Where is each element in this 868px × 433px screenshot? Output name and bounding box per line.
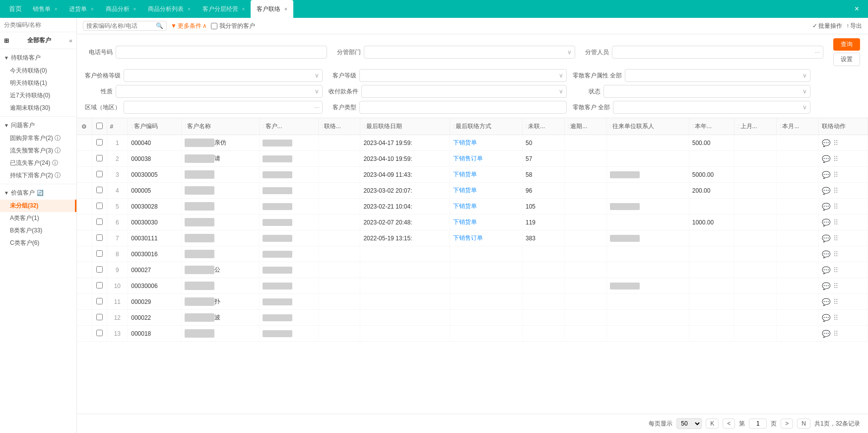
more-action-icon[interactable]: ⠿ (833, 330, 838, 338)
price-level-input[interactable]: ∨ (124, 69, 323, 82)
row-checkbox[interactable] (96, 155, 103, 161)
table-this-year-header[interactable]: :本年... (689, 118, 734, 135)
manager-input[interactable]: ··· (612, 46, 823, 59)
nav-product-analysis[interactable]: 商品分析 × (100, 0, 142, 18)
sidebar-item-churn-risk[interactable]: 流失预警客户(3) ⓘ (0, 144, 76, 157)
last-method-link[interactable]: 下销货单 (453, 139, 477, 146)
payment-input[interactable]: ∨ (361, 85, 566, 98)
table-last-method-header[interactable]: :最后联络方式 (450, 118, 522, 135)
more-action-icon[interactable]: ⠿ (833, 266, 838, 274)
sidebar-item-tomorrow[interactable]: 明天待联络(1) (0, 77, 76, 89)
row-last-method[interactable]: 下销货单 (450, 199, 522, 215)
more-action-icon[interactable]: ⠿ (833, 282, 838, 290)
collapse-sidebar-btn[interactable]: « (69, 37, 72, 44)
row-checkbox-cell[interactable] (92, 246, 107, 262)
chat-action-icon[interactable]: 💬 (822, 218, 830, 226)
per-page-select[interactable]: 50 100 200 (676, 418, 702, 429)
row-checkbox[interactable] (96, 330, 103, 336)
table-contact-person-header[interactable]: :往来单位联系人 (606, 118, 689, 135)
last-page-btn[interactable]: N (797, 419, 810, 429)
sidebar-item-group-a[interactable]: A类客户(1) (0, 212, 76, 224)
chat-action-icon[interactable]: 💬 (822, 282, 830, 290)
row-last-method[interactable] (450, 278, 522, 294)
query-button[interactable]: 查询 (833, 38, 860, 51)
search-input[interactable] (86, 22, 156, 29)
phone-input[interactable] (116, 46, 327, 59)
more-conditions-btn[interactable]: ▼ 更多条件 ∧ (171, 22, 207, 30)
row-checkbox[interactable] (96, 234, 103, 241)
row-checkbox-cell[interactable] (92, 294, 107, 310)
close-customer-segment-tab[interactable]: × (242, 6, 245, 12)
nature-input[interactable]: ∨ (116, 85, 323, 98)
last-method-link[interactable]: 下销货单 (453, 187, 477, 194)
more-action-icon[interactable]: ⠿ (833, 187, 838, 195)
retail-customer-input[interactable]: ∨ (613, 101, 810, 114)
last-method-link[interactable]: 下销售订单 (453, 155, 483, 162)
sidebar-item-no-order[interactable]: 持续下滑客户(2) ⓘ (0, 169, 76, 182)
more-action-icon[interactable]: ⠿ (833, 298, 838, 306)
my-customers-check[interactable] (211, 23, 217, 29)
close-sales-tab[interactable]: × (55, 6, 58, 12)
reset-button[interactable]: 设置 (833, 53, 860, 66)
customer-type-input[interactable] (359, 101, 566, 114)
row-checkbox-cell[interactable] (92, 183, 107, 199)
nav-home[interactable]: 首页 (4, 0, 27, 18)
row-last-method[interactable] (450, 326, 522, 342)
row-checkbox[interactable] (96, 298, 103, 304)
row-last-method[interactable]: 下销货单 (450, 183, 522, 199)
chat-action-icon[interactable]: 💬 (822, 187, 830, 195)
row-last-method[interactable]: 下销货单 (450, 135, 522, 151)
sidebar-item-group-b[interactable]: B类客户(33) (0, 224, 76, 237)
sidebar-item-today[interactable]: 今天待联络(0) (0, 65, 76, 77)
retail-attr-input[interactable]: ∨ (625, 69, 810, 82)
category-search-input[interactable] (4, 21, 77, 28)
row-checkbox[interactable] (96, 314, 103, 320)
sidebar-group-pending[interactable]: ▼ 待联络客户 (0, 51, 76, 65)
row-last-method[interactable]: 下销售订单 (450, 230, 522, 246)
dept-input[interactable]: ∨ (364, 46, 575, 59)
status-input[interactable]: ∨ (603, 85, 810, 98)
last-method-link[interactable]: 下销货单 (453, 218, 477, 225)
nav-product-analysis-list[interactable]: 商品分析列表 × (142, 0, 196, 18)
table-no-days-header[interactable]: :未联... (523, 118, 565, 135)
region-input[interactable]: ··· (124, 101, 323, 114)
chat-action-icon[interactable]: 💬 (822, 155, 830, 163)
more-action-icon[interactable]: ⠿ (833, 234, 838, 242)
row-checkbox[interactable] (96, 282, 103, 289)
sidebar-group-value[interactable]: ▼ 价值客户 🔄 (0, 186, 76, 200)
last-method-link[interactable]: 下销货单 (453, 203, 477, 210)
table-gear-header[interactable]: ⚙ (77, 118, 92, 135)
more-action-icon[interactable]: ⠿ (833, 139, 838, 147)
next-page-btn[interactable]: > (781, 419, 793, 429)
all-customers-section[interactable]: ⊞ 全部客户 « (0, 32, 76, 47)
sidebar-item-overdue[interactable]: 逾期未联络(30) (0, 102, 76, 114)
export-btn[interactable]: ↑ 导出 (846, 22, 862, 30)
table-this-month-header[interactable]: :本月... (777, 118, 819, 135)
row-checkbox[interactable] (96, 187, 103, 193)
first-page-btn[interactable]: K (706, 419, 719, 429)
sidebar-group-problem[interactable]: ▼ 问题客户 (0, 119, 76, 132)
table-code-header[interactable]: :客户编码 (128, 118, 182, 135)
sidebar-item-group-c[interactable]: C类客户(6) (0, 237, 76, 249)
row-last-method[interactable] (450, 246, 522, 262)
row-last-method[interactable]: 下销售订单 (450, 151, 522, 167)
more-action-icon[interactable]: ⠿ (833, 250, 838, 258)
row-checkbox-cell[interactable] (92, 199, 107, 215)
my-customers-checkbox[interactable]: 我分管的客户 (211, 22, 255, 30)
select-all-checkbox[interactable] (96, 123, 103, 129)
global-close-button[interactable]: × (850, 4, 864, 13)
last-method-link[interactable]: 下销售订单 (453, 234, 483, 241)
more-action-icon[interactable]: ⠿ (833, 218, 838, 226)
close-product-analysis-tab[interactable]: × (134, 6, 136, 12)
close-purchase-tab[interactable]: × (91, 6, 94, 12)
row-last-method[interactable]: 下销货单 (450, 215, 522, 230)
chat-action-icon[interactable]: 💬 (822, 250, 830, 258)
more-action-icon[interactable]: ⠿ (833, 314, 838, 322)
chat-action-icon[interactable]: 💬 (822, 234, 830, 242)
row-checkbox-cell[interactable] (92, 278, 107, 294)
last-method-link[interactable]: 下销货单 (453, 171, 477, 178)
close-product-analysis-list-tab[interactable]: × (188, 6, 191, 12)
more-action-icon[interactable]: ⠿ (833, 203, 838, 211)
more-action-icon[interactable]: ⠿ (833, 155, 838, 163)
chat-action-icon[interactable]: 💬 (822, 298, 830, 306)
